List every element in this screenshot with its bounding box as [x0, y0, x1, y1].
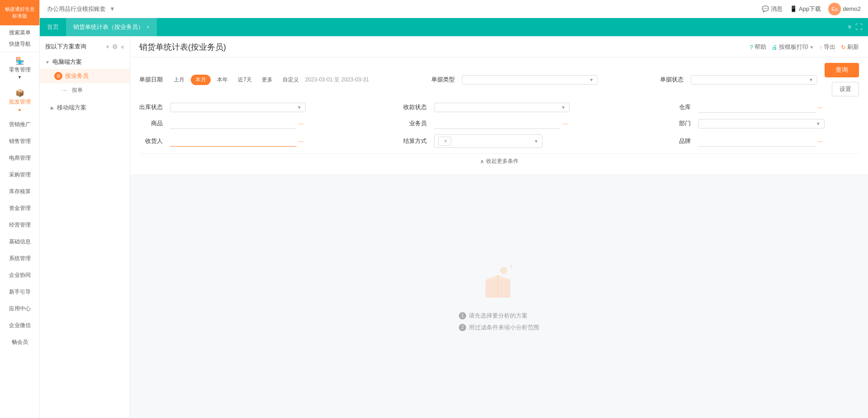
salesperson-input[interactable]: [434, 118, 561, 129]
retail-icon: 🏪: [15, 57, 24, 65]
desktop-section-header[interactable]: ▼ 电脑端方案: [40, 55, 130, 69]
settlement-arrow: ▼: [534, 139, 538, 144]
sidebar-item-base[interactable]: 基础信息: [0, 233, 39, 250]
sidebar-item-sales[interactable]: 销售管理: [0, 133, 39, 150]
warehouse-field: ···: [698, 102, 825, 113]
sidebar-item-purchase[interactable]: 采购管理: [0, 166, 39, 183]
consignee-label: 收货人: [139, 137, 163, 145]
sidebar-item-collab[interactable]: 企业协同: [0, 267, 39, 284]
settlement-label: 结算方式: [403, 137, 427, 145]
sidebar-item-wechat[interactable]: 企业微信: [0, 317, 39, 334]
payment-status-select[interactable]: ▼: [434, 103, 570, 112]
warehouse-dots[interactable]: ···: [817, 104, 823, 111]
company-menu[interactable]: 办公用品行业模拟账套: [47, 5, 106, 13]
more-date-btn[interactable]: 更多: [258, 75, 276, 85]
tab-close-icon[interactable]: ×: [146, 24, 150, 30]
scheme-by-order[interactable]: ⋯ 按单: [40, 83, 130, 97]
refresh-button[interactable]: ↻ 刷新: [841, 43, 859, 51]
svg-point-5: [501, 268, 506, 273]
sidebar-item-finance[interactable]: 资金管理: [0, 200, 39, 217]
top-header-left: 办公用品行业模拟账套 ▼: [47, 5, 115, 13]
sidebar-item-label: 系统管理: [9, 255, 31, 262]
empty-hint-2: 2 用过滤条件来缩小分析范围: [459, 322, 539, 333]
sidebar-item-guide[interactable]: 新手引导: [0, 284, 39, 300]
settlement-tag-close[interactable]: ×: [444, 138, 447, 144]
stock-status-label: 出库状态: [139, 103, 163, 111]
messages-button[interactable]: 💬 消息: [762, 5, 783, 13]
settlement-select[interactable]: × ▼: [434, 134, 542, 148]
app-download-button[interactable]: 📱 App下载: [790, 5, 821, 13]
messages-label: 消息: [771, 5, 783, 13]
sidebar-item-label: 营销推广: [9, 121, 31, 128]
help-icon: ?: [750, 44, 753, 51]
settings-button[interactable]: 设置: [832, 82, 859, 96]
tab-home-label: 首页: [47, 23, 59, 31]
export-label: 导出: [824, 43, 835, 51]
sidebar-logo-text: 畅捷通好生意 标准版: [5, 6, 35, 20]
company-menu-dropdown-icon[interactable]: ▼: [109, 5, 115, 12]
print-label: 按模板打印: [779, 43, 808, 51]
tab-sales-stats[interactable]: 销货单统计表（按业务员） ×: [66, 18, 157, 36]
doc-status-select[interactable]: ▼: [691, 75, 817, 85]
sidebar-item-system[interactable]: 系统管理: [0, 250, 39, 267]
stock-status-select[interactable]: ▼: [170, 103, 306, 112]
sidebar-item-marketing[interactable]: 营销推广: [0, 116, 39, 133]
export-button[interactable]: ↑ 导出: [820, 43, 836, 51]
page-title-bar: 销货单统计表(按业务员) ? 帮助 🖨 按模板打印 ▼ ↑ 导出: [130, 36, 868, 57]
tab-close-window-icon[interactable]: ×: [848, 23, 852, 31]
sidebar-item-member[interactable]: 畅会员: [0, 334, 39, 351]
by-order-icon: ⋯: [61, 87, 67, 94]
payment-status-label: 收款状态: [403, 103, 427, 111]
sidebar-item-appstore[interactable]: 应用中心: [0, 300, 39, 317]
sidebar-item-ecommerce[interactable]: 电商管理: [0, 150, 39, 166]
sidebar-shortcut[interactable]: 快捷导航: [0, 38, 39, 52]
last7-btn[interactable]: 近7天: [234, 75, 255, 85]
username-label: demo2: [843, 5, 861, 12]
goods-input[interactable]: [170, 118, 297, 129]
sidebar-item-wholesale[interactable]: 📦 批发管理 ▲: [0, 84, 39, 116]
consignee-dots[interactable]: ···: [298, 138, 304, 145]
print-button[interactable]: 🖨 按模板打印 ▼: [772, 43, 814, 51]
brand-input[interactable]: [698, 136, 816, 147]
sidebar: 畅捷通好生意 标准版 搜索菜单 快捷导航 🏪 零售管理 ▼ 📦 批发管理 ▲ 营…: [0, 0, 40, 418]
sidebar-search-menu[interactable]: 搜索菜单: [0, 25, 39, 38]
user-menu[interactable]: Ea demo2: [828, 3, 861, 15]
scheme-by-salesperson[interactable]: 按 按业务员: [40, 69, 130, 83]
doc-type-select[interactable]: ▼: [462, 75, 598, 85]
empty-state: ✦ 1 请先选择要分析的方案 2 用过滤条: [130, 174, 868, 418]
last-month-btn[interactable]: 上月: [170, 75, 188, 85]
sidebar-item-label: 企业协同: [9, 271, 31, 279]
settings-scheme-icon[interactable]: ⚙: [112, 43, 118, 50]
salesperson-scheme-icon: 按: [54, 72, 62, 80]
sidebar-logo: 畅捷通好生意 标准版: [0, 0, 39, 25]
tab-sales-stats-label: 销货单统计表（按业务员）: [73, 23, 144, 31]
sidebar-item-label: 资金管理: [9, 204, 31, 212]
consignee-input[interactable]: [170, 136, 297, 147]
goods-dots[interactable]: ···: [298, 120, 304, 127]
mobile-section-header[interactable]: ▶ 移动端方案: [40, 101, 130, 114]
collapse-button[interactable]: ∧ 收起更多条件: [480, 157, 519, 165]
department-select[interactable]: ▼: [698, 119, 825, 128]
custom-date-btn[interactable]: 自定义: [279, 75, 302, 85]
salesperson-label: 按业务员: [65, 72, 89, 80]
help-button[interactable]: ? 帮助: [750, 43, 766, 51]
sidebar-item-retail[interactable]: 🏪 零售管理 ▼: [0, 52, 39, 84]
tab-home[interactable]: 首页: [40, 18, 66, 36]
collapse-row: ∧ 收起更多条件: [139, 153, 859, 169]
tab-maximize-icon[interactable]: ⛶: [855, 23, 863, 31]
print-dropdown-arrow[interactable]: ▼: [810, 45, 814, 50]
this-year-btn[interactable]: 本年: [213, 75, 231, 85]
date-range-display: 2023-03-01 至 2023-03-31: [305, 76, 369, 84]
query-button[interactable]: 查询: [825, 63, 859, 77]
brand-dots[interactable]: ···: [817, 138, 823, 145]
avatar: Ea: [828, 3, 841, 15]
salesperson-dots[interactable]: ···: [562, 120, 568, 127]
sidebar-item-operations[interactable]: 经营管理: [0, 217, 39, 233]
sidebar-item-inventory[interactable]: 库存核算: [0, 183, 39, 200]
add-scheme-icon[interactable]: +: [106, 43, 109, 50]
collapse-panel-icon[interactable]: «: [121, 43, 124, 50]
warehouse-input[interactable]: [698, 102, 816, 113]
this-month-btn[interactable]: 本月: [191, 75, 211, 85]
message-icon: 💬: [762, 5, 769, 12]
right-content: 销货单统计表(按业务员) ? 帮助 🖨 按模板打印 ▼ ↑ 导出: [130, 36, 868, 418]
